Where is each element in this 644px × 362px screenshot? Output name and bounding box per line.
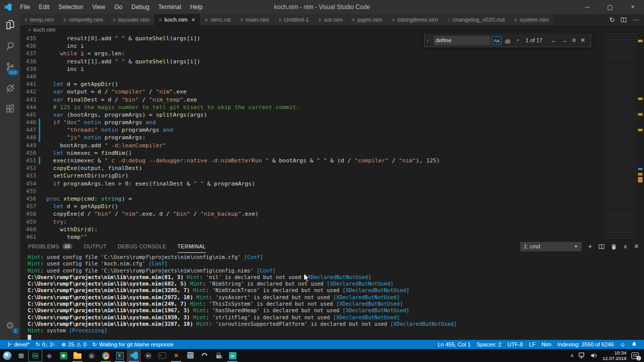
find-close-icon[interactable]: ✕ — [580, 37, 585, 44]
panel-tab-output[interactable]: OUTPUT — [84, 240, 107, 253]
app-satellite-dish[interactable] — [197, 349, 211, 362]
menu-selection[interactable]: Selection — [54, 0, 88, 14]
new-terminal-icon[interactable]: + — [588, 242, 592, 250]
start-button[interactable] — [0, 349, 14, 362]
sidebar-item-debug[interactable] — [0, 77, 20, 99]
task-view-button[interactable]: ⊞ — [14, 349, 28, 362]
taskbar-clock[interactable]: 10:34 12.07.2019 — [602, 350, 626, 361]
terminal-select[interactable]: 1: cmd▼ — [520, 242, 582, 251]
minimap[interactable] — [605, 34, 637, 240]
line-number: 443 — [20, 96, 36, 104]
sidebar-item-source-control[interactable]: 410 — [0, 56, 20, 77]
find-previous-icon[interactable]: ← — [551, 37, 557, 44]
tab-temp.nim[interactable]: ≡temp.nim — [20, 14, 59, 25]
app-volume-mixer[interactable]: ◄) — [141, 349, 155, 362]
notifications-button[interactable] — [628, 341, 640, 347]
menu-view[interactable]: View — [88, 0, 110, 14]
app-obs[interactable]: ◎ — [85, 349, 99, 362]
speaker-icon[interactable] — [591, 352, 597, 358]
app-vscode[interactable] — [127, 349, 141, 362]
find-in-selection-icon[interactable]: ≡ — [572, 37, 576, 44]
split-editor-icon[interactable] — [621, 18, 626, 22]
close-panel-icon[interactable]: ✕ — [634, 243, 639, 250]
code-line-452: 452 copyExe(output, finalDest) — [20, 164, 644, 172]
app-terminal[interactable]: >_ — [155, 349, 169, 362]
close-button[interactable]: × — [621, 0, 644, 14]
problems-status[interactable]: ⊗ 25 ⚠ 0 — [58, 341, 89, 348]
app-grid-98[interactable]: 98 — [28, 349, 42, 362]
app-chrome[interactable] — [99, 349, 113, 362]
cursor-position-status[interactable]: Ln 455, Col 1 — [435, 341, 473, 347]
tab-tstringitems.nim[interactable]: ≡tstringitems.nim — [387, 14, 443, 25]
action-center-icon[interactable]: 2 — [631, 352, 639, 359]
menu-terminal[interactable]: Terminal — [154, 0, 186, 14]
match-case-toggle[interactable]: Aa — [492, 36, 502, 45]
tab-label: koch.nim — [165, 17, 188, 23]
find-expand-icon[interactable]: › — [425, 34, 431, 47]
tab-main.nim[interactable]: ≡main.nim — [235, 14, 274, 25]
git-branch-status[interactable]: devel* — [4, 341, 33, 347]
app-lock-sync[interactable] — [211, 349, 225, 362]
kill-terminal-icon[interactable] — [611, 243, 617, 250]
nim-file-icon: ≡ — [392, 17, 395, 23]
tab-jsgen.nim[interactable]: ≡jsgen.nim — [348, 14, 387, 25]
encoding-status[interactable]: UTF-8 — [504, 341, 526, 347]
manage-button[interactable]: ⚙ 1 — [0, 315, 20, 336]
tab-label: main.nim — [246, 17, 269, 23]
minimize-button[interactable]: ─ — [576, 0, 599, 14]
panel-tab-problems[interactable]: PROBLEMS25 — [28, 240, 72, 253]
tab-ast.nim[interactable]: ≡ast.nim — [314, 14, 348, 25]
menu-edit[interactable]: Edit — [34, 0, 54, 14]
panel-tab-debug-console[interactable]: DEBUG CONSOLE — [118, 240, 167, 253]
tab-layouter.nim[interactable]: ≡layouter.nim — [108, 14, 154, 25]
close-icon[interactable]: ✕ — [191, 17, 195, 23]
maximize-button[interactable]: ▢ — [599, 0, 621, 14]
menu-file[interactable]: File — [16, 0, 34, 14]
debug-icon — [5, 83, 16, 94]
sidebar-item-search[interactable] — [0, 35, 20, 56]
feedback-button[interactable]: ☺ — [617, 341, 628, 347]
code-editor[interactable]: 435 result[0].add " " & quoteShell(args[… — [20, 34, 644, 240]
eol-status[interactable]: LF — [526, 341, 538, 347]
menu-go[interactable]: Go — [110, 0, 127, 14]
app-editor-e[interactable]: E — [113, 349, 127, 362]
app-3d-box[interactable]: ◈ — [42, 349, 56, 362]
app-keepass[interactable]: ◉ — [56, 349, 70, 362]
maximize-panel-icon[interactable]: ∧ — [623, 243, 627, 250]
indentation-status[interactable]: Spaces: 2 — [473, 341, 504, 347]
tab-system.nim[interactable]: ≡system.nim — [510, 14, 554, 25]
app-cd-tool[interactable]: ∞ — [225, 349, 239, 362]
sidebar-item-extensions[interactable] — [0, 99, 20, 120]
app-database[interactable] — [183, 349, 197, 362]
chevron-down-icon: ▼ — [574, 244, 578, 249]
tab-nimc.rst[interactable]: ≡nimc.rst — [200, 14, 235, 25]
sync-status[interactable]: ↻ 0↓ 3↑ — [33, 341, 59, 348]
panel-tab-terminal[interactable]: TERMINAL — [178, 240, 206, 253]
gutter-change-indicator — [39, 73, 40, 80]
tab-koch.nim[interactable]: ≡koch.nim✕ — [154, 14, 200, 25]
tab-untitled-1[interactable]: ≡Untitled-1 — [274, 14, 314, 25]
sidebar-item-explorer[interactable] — [0, 14, 20, 35]
code-line-459: 459 try: — [20, 218, 644, 226]
sync-icon[interactable]: ↻ — [609, 16, 615, 24]
menu-help[interactable]: Help — [186, 0, 207, 14]
regex-toggle[interactable]: .* — [514, 36, 521, 45]
file-explorer[interactable] — [70, 349, 85, 362]
breadcrumb[interactable]: ≡ koch.nim — [20, 25, 644, 34]
app-x[interactable]: × — [169, 349, 183, 362]
terminal-output[interactable]: Hint: used config file 'C:\Users\rumpf\p… — [20, 253, 644, 340]
tab-nimpretty.nim[interactable]: ≡nimpretty.nim — [59, 14, 108, 25]
whole-word-toggle[interactable]: ab — [503, 36, 513, 45]
split-terminal-icon[interactable] — [599, 244, 604, 249]
language-status[interactable]: Nim — [538, 341, 554, 347]
find-next-icon[interactable]: → — [561, 37, 568, 44]
tab-changelog_v020.md[interactable]: ↓changelog_v020.md — [443, 14, 510, 25]
gutter-change-indicator — [39, 188, 40, 195]
tray-expand-icon[interactable]: ∧ — [571, 353, 574, 358]
find-input[interactable] — [434, 36, 490, 45]
line-number: 448 — [20, 134, 36, 141]
network-icon[interactable] — [579, 352, 586, 358]
menu-debug[interactable]: Debug — [127, 0, 153, 14]
app-lock-sync-icon — [216, 355, 221, 358]
more-actions-icon[interactable]: ⋯ — [632, 16, 639, 24]
